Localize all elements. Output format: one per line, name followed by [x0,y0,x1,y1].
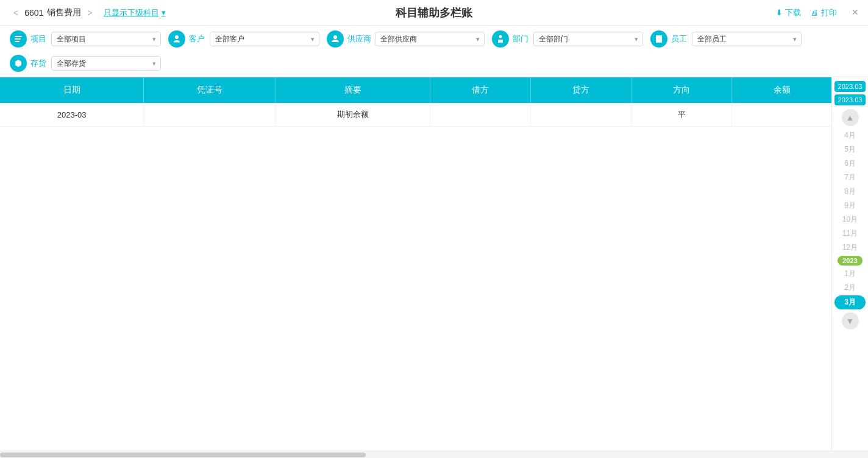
scrollbar-thumb[interactable] [0,453,366,457]
timeline-2month[interactable]: 2月 [832,281,868,295]
supplier-filter-group: 供应商 全部供应商 [327,30,485,48]
timeline-item-2023-03-top1[interactable]: 2023.03 [834,81,866,92]
employee-filter-group: 员工 全部员工 [650,30,802,48]
nav-prev-button[interactable]: < [10,7,22,19]
download-label: 下载 [785,7,801,18]
col-direction: 方向 [631,77,732,103]
timeline-4month[interactable]: 4月 [832,129,868,143]
timeline-top2-label: 2023.03 [838,96,863,104]
cell-balance [732,103,831,127]
download-button[interactable]: ⬇ 下载 [776,7,801,18]
year-badge: 2023 [838,256,862,266]
timeline-up-arrow[interactable]: ▲ [842,109,859,126]
timeline-panel: 2023.03 2023.03 ▲ 4月 5月 6月 7月 8月 9月 10月 … [831,77,868,451]
cell-credit [530,103,631,127]
col-summary: 摘要 [276,77,430,103]
employee-select[interactable]: 全部员工 [692,32,802,46]
timeline-top1-label: 2023.03 [838,83,863,90]
customer-icon [168,30,185,48]
timeline-7month[interactable]: 7月 [832,171,868,185]
cell-direction: 平 [631,103,732,127]
close-button[interactable]: × [852,6,858,19]
employee-label: 员工 [671,33,688,44]
project-select[interactable]: 全部项目 [51,32,161,46]
table-area: 日期 凭证号 摘要 借方 贷方 方向 余额 2023-03 期初余额 [0,77,868,451]
department-label: 部门 [513,33,530,44]
employee-icon [650,30,667,48]
header-actions: ⬇ 下载 🖨 打印 × [776,6,858,19]
project-icon [10,30,27,48]
month-12-label: 12月 [842,242,858,253]
month-5-label: 5月 [844,144,856,155]
timeline-3month[interactable]: 3月 [834,295,866,309]
month-10-label: 10月 [842,214,858,225]
filter-bar: 项目 全部项目 客户 全部客户 供应商 [0,26,868,77]
inventory-select[interactable]: 全部存货 [51,56,161,71]
timeline-9month[interactable]: 9月 [832,199,868,213]
inventory-filter-group: 存货 全部存货 [10,55,161,72]
account-code-name: 销售费用 [47,7,81,18]
timeline-item-2023-03-top2[interactable]: 2023.03 [834,94,866,105]
svg-point-4 [499,35,502,38]
supplier-select-wrapper: 全部供应商 [375,32,485,46]
account-code: 6601 销售费用 [24,7,81,18]
timeline-8month[interactable]: 8月 [832,185,868,199]
print-icon: 🖨 [811,8,819,17]
timeline-6month[interactable]: 6月 [832,157,868,171]
timeline-11month[interactable]: 11月 [832,227,868,241]
account-code-number: 6601 [24,8,43,18]
svg-rect-2 [15,41,20,42]
main-window: < 6601 销售费用 > 只显示下级科目 ▾ 科目辅助多栏账 ⬇ 下载 🖨 打… [0,0,868,458]
svg-rect-6 [658,37,660,38]
timeline-down-arrow[interactable]: ▼ [842,312,859,329]
month-8-label: 8月 [844,186,856,197]
svg-rect-7 [658,39,660,40]
page-title: 科目辅助多栏账 [396,5,472,20]
supplier-label: 供应商 [347,33,371,44]
month-9-label: 9月 [844,200,856,211]
department-filter-group: 部门 全部部门 [492,30,643,48]
project-label: 项目 [30,33,48,44]
supplier-icon [327,30,344,48]
col-voucher: 凭证号 [144,77,276,103]
svg-point-3 [333,35,337,39]
department-select[interactable]: 全部部门 [533,32,643,46]
table-header-row: 日期 凭证号 摘要 借方 贷方 方向 余额 [0,77,831,103]
svg-rect-0 [15,36,22,37]
month-1-label: 1月 [844,269,856,279]
show-sub-filter[interactable]: 只显示下级科目 ▾ [104,7,166,18]
customer-select[interactable]: 全部客户 [210,32,319,46]
cell-summary: 期初余额 [276,103,430,127]
timeline-1month[interactable]: 1月 [832,267,868,281]
supplier-select[interactable]: 全部供应商 [375,32,485,46]
print-button[interactable]: 🖨 打印 [811,7,837,18]
department-select-wrapper: 全部部门 [533,32,643,46]
timeline-12month[interactable]: 12月 [832,241,868,255]
nav-next-button[interactable]: > [84,7,96,19]
month-11-label: 11月 [842,228,858,239]
month-2-label: 2月 [844,283,856,293]
timeline-10month[interactable]: 10月 [832,213,868,227]
ledger-table: 日期 凭证号 摘要 借方 贷方 方向 余额 2023-03 期初余额 [0,77,831,127]
timeline-5month[interactable]: 5月 [832,143,868,157]
project-select-wrapper: 全部项目 [51,32,161,46]
cell-debit [430,103,530,127]
inventory-icon [10,55,27,72]
down-arrow-icon: ▼ [846,316,855,326]
customer-select-wrapper: 全部客户 [210,32,319,46]
up-arrow-icon: ▲ [846,113,855,122]
employee-select-wrapper: 全部员工 [692,32,802,46]
month-4-label: 4月 [844,130,856,141]
svg-rect-1 [15,38,21,40]
project-filter-group: 项目 全部项目 [10,30,161,48]
show-sub-label: 只显示下级科目 [104,7,159,18]
header-bar: < 6601 销售费用 > 只显示下级科目 ▾ 科目辅助多栏账 ⬇ 下载 🖨 打… [0,0,868,26]
table-container[interactable]: 日期 凭证号 摘要 借方 贷方 方向 余额 2023-03 期初余额 [0,77,831,451]
department-icon [492,30,509,48]
inventory-label: 存货 [30,58,48,69]
month-6-label: 6月 [844,158,856,169]
cell-voucher [144,103,276,127]
bottom-scrollbar[interactable] [0,451,868,458]
col-balance: 余额 [732,77,831,103]
month-7-label: 7月 [844,172,856,183]
